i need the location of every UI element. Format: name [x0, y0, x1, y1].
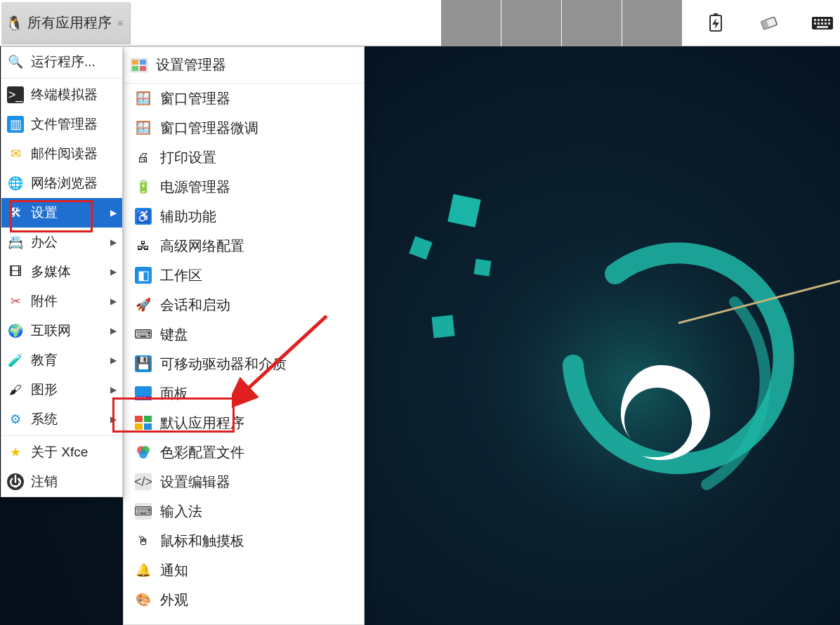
submenu-window-manager[interactable]: 🪟 窗口管理器 [124, 84, 364, 113]
menu-multimedia[interactable]: 🎞 多媒体 ▶ [1, 257, 122, 287]
submenu-default-apps[interactable]: 默认应用程序 [124, 408, 364, 438]
submenu-advanced-network[interactable]: 🖧 高级网络配置 [124, 231, 364, 261]
submenu-session-startup[interactable]: 🚀 会话和启动 [124, 290, 364, 320]
taskbar-button-2[interactable] [501, 0, 562, 46]
submenu-settings-manager[interactable]: 设置管理器 [124, 47, 364, 84]
submenu-keyboard[interactable]: ⌨ 键盘 [124, 320, 364, 349]
keyboard-icon: ⌨ [135, 326, 152, 343]
applications-menu-button[interactable]: 🐧 所有应用程序 ≡ [1, 2, 131, 44]
eraser-icon[interactable] [757, 13, 781, 33]
svg-rect-32 [135, 416, 143, 422]
submenu-workspaces[interactable]: ◧ 工作区 [124, 261, 364, 290]
menu-item-label: 教育 [31, 351, 58, 369]
power-icon: ⏻ [7, 473, 24, 490]
submenu-input-method[interactable]: ⌨ 输入法 [124, 496, 364, 526]
submenu-item-label: 键盘 [160, 325, 188, 344]
taskbar-button-3[interactable] [562, 0, 622, 46]
svg-rect-2 [409, 236, 432, 259]
submenu-color-profiles[interactable]: 色彩配置文件 [124, 438, 364, 467]
menu-item-label: 互联网 [31, 322, 71, 340]
wallpaper-art [334, 119, 840, 625]
submenu-item-label: 通知 [160, 561, 188, 580]
submenu-item-label: 窗口管理器微调 [160, 119, 258, 138]
svg-rect-30 [140, 397, 142, 400]
search-icon: 🔍 [7, 53, 24, 70]
internet-icon: 🌍 [7, 322, 24, 339]
chevron-right-icon: ▶ [110, 414, 117, 424]
menu-item-label: 邮件阅读器 [31, 145, 98, 163]
settings-tools-icon: 🛠 [7, 204, 24, 221]
settings-manager-icon [131, 57, 147, 74]
svg-rect-23 [132, 60, 138, 65]
menu-system[interactable]: ⚙ 系统 ▶ [1, 404, 122, 434]
svg-rect-29 [136, 397, 138, 400]
svg-rect-14 [825, 19, 827, 21]
submenu-item-label: 辅助功能 [160, 207, 216, 226]
submenu-power-manager[interactable]: 🔋 电源管理器 [124, 172, 364, 202]
svg-rect-7 [714, 13, 718, 15]
applications-menu-label: 所有应用程序 [27, 13, 112, 32]
submenu-mouse-touchpad[interactable]: 🖱 鼠标和触摸板 [124, 526, 364, 555]
menu-office[interactable]: 📇 办公 ▶ [1, 228, 122, 257]
menu-accessories[interactable]: ✂ 附件 ▶ [1, 287, 122, 316]
keyboard-icon[interactable] [811, 13, 834, 33]
svg-rect-21 [817, 26, 828, 28]
submenu-item-label: 外观 [160, 591, 188, 610]
menu-item-label: 多媒体 [31, 263, 71, 281]
submenu-settings-editor[interactable]: </> 设置编辑器 [124, 467, 364, 496]
menu-web-browser[interactable]: 🌐 网络浏览器 [1, 169, 122, 198]
submenu-appearance[interactable]: 🎨 外观 [124, 585, 364, 614]
chevron-right-icon: ▶ [110, 385, 117, 395]
window-manager-icon: 🪟 [135, 90, 152, 107]
submenu-print-settings[interactable]: 🖨 打印设置 [124, 143, 364, 172]
applications-menu: 🔍 运行程序... >_ 终端模拟器 ▥ 文件管理器 ✉ 邮件阅读器 🌐 网络浏… [1, 46, 123, 497]
svg-rect-26 [140, 66, 146, 71]
submenu-item-label: 鼠标和触摸板 [160, 532, 244, 551]
printer-icon: 🖨 [135, 149, 152, 166]
taskbar-button-1[interactable] [441, 0, 501, 46]
menu-about-xfce[interactable]: ★ 关于 Xfce [1, 438, 122, 467]
scissors-icon: ✂ [7, 293, 24, 310]
menu-run-program[interactable]: 🔍 运行程序... [1, 47, 122, 77]
battery-icon: 🔋 [135, 178, 152, 195]
submenu-item-label: 打印设置 [160, 148, 216, 167]
submenu-item-label: 输入法 [160, 502, 202, 521]
submenu-removable-drives[interactable]: 💾 可移动驱动器和介质 [124, 349, 364, 379]
menu-item-label: 图形 [31, 381, 58, 399]
accessibility-icon: ♿ [135, 208, 152, 225]
menu-file-manager[interactable]: ▥ 文件管理器 [1, 110, 122, 139]
chevron-right-icon: ▶ [110, 208, 117, 218]
submenu-panel[interactable]: 面板 [124, 379, 364, 408]
bell-icon: 🔔 [135, 562, 152, 579]
settings-submenu: 设置管理器 🪟 窗口管理器 🪟 窗口管理器微调 🖨 打印设置 🔋 电源管理器 ♿… [123, 46, 365, 625]
submenu-notifications[interactable]: 🔔 通知 [124, 555, 364, 585]
rocket-icon: 🚀 [135, 296, 152, 313]
paintbrush-icon: 🖌 [7, 381, 24, 398]
submenu-item-label: 可移动驱动器和介质 [160, 355, 287, 374]
svg-rect-20 [828, 22, 830, 25]
taskbar-window-buttons [441, 0, 683, 46]
svg-rect-27 [135, 386, 152, 396]
menu-education[interactable]: 🧪 教育 ▶ [1, 346, 122, 375]
battery-charging-icon[interactable] [704, 13, 728, 33]
taskbar-button-4[interactable] [622, 0, 683, 46]
submenu-item-label: 窗口管理器 [160, 89, 230, 108]
menu-settings[interactable]: 🛠 设置 ▶ [1, 198, 122, 228]
menu-logout[interactable]: ⏻ 注销 [1, 467, 122, 496]
menu-mail-reader[interactable]: ✉ 邮件阅读器 [1, 139, 122, 169]
color-profiles-icon [135, 444, 152, 461]
chevron-right-icon: ▶ [110, 237, 117, 247]
svg-rect-11 [814, 19, 816, 21]
submenu-accessibility[interactable]: ♿ 辅助功能 [124, 202, 364, 231]
menu-separator [1, 78, 122, 79]
menu-graphics[interactable]: 🖌 图形 ▶ [1, 375, 122, 404]
svg-rect-24 [140, 60, 146, 65]
svg-rect-25 [132, 66, 138, 71]
submenu-item-label: 会话和启动 [160, 296, 230, 315]
menu-terminal[interactable]: >_ 终端模拟器 [1, 80, 122, 110]
submenu-item-label: 面板 [160, 384, 188, 403]
submenu-window-manager-tweaks[interactable]: 🪟 窗口管理器微调 [124, 113, 364, 143]
menu-internet[interactable]: 🌍 互联网 ▶ [1, 316, 122, 346]
svg-rect-34 [135, 423, 143, 430]
chevron-right-icon: ▶ [110, 296, 117, 306]
